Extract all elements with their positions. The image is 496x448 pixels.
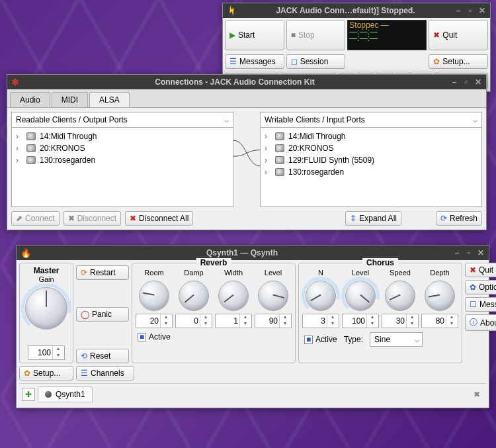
chorus-active-checkbox[interactable]: ■Active	[304, 335, 337, 344]
expand-all-button[interactable]: ⇕Expand All	[345, 211, 401, 226]
expand-icon[interactable]: ›	[16, 156, 22, 165]
chorus-n-knob[interactable]	[306, 281, 336, 311]
add-engine-button[interactable]: ✚	[22, 388, 35, 401]
reverb-damp-spin[interactable]: ▴▾	[175, 314, 212, 328]
qjackctl-titlebar[interactable]: ⚡ JACK Audio Conn…efault)] Stopped. – ▫ …	[223, 3, 490, 18]
reverb-width-input[interactable]	[216, 316, 239, 326]
list-item[interactable]: ›14:Midi Through	[261, 130, 481, 142]
writable-header[interactable]: Writable Clients / Input Ports ⌵	[260, 112, 482, 128]
reverb-room-spin[interactable]: ▴▾	[136, 314, 173, 328]
reverb-level-knob[interactable]	[258, 281, 288, 311]
reverb-level-spin[interactable]: ▴▾	[255, 314, 292, 328]
reverb-damp-input[interactable]	[176, 316, 200, 326]
chorus-n-input[interactable]	[303, 316, 327, 326]
qsynth-messages-button[interactable]: ☐Messages	[465, 297, 496, 312]
master-gain-spin[interactable]: ▴▾	[28, 345, 65, 360]
minimize-button[interactable]: –	[453, 249, 461, 257]
minimize-button[interactable]: –	[450, 78, 458, 86]
chorus-speed-input[interactable]	[382, 316, 406, 326]
chorus-speed-knob[interactable]	[385, 281, 415, 311]
tab-midi[interactable]: MIDI	[52, 92, 88, 107]
display-line3: —:—:—	[349, 35, 425, 42]
chorus-n-spin[interactable]: ▴▾	[302, 314, 339, 328]
maximize-button[interactable]: ▫	[465, 249, 473, 257]
chorus-level-spin[interactable]: ▴▾	[342, 314, 379, 328]
quit-button[interactable]: ✖Quit	[429, 20, 488, 50]
reverb-level-input[interactable]	[255, 316, 279, 326]
spin-down[interactable]: ▾	[53, 353, 63, 359]
reverb-room-input[interactable]	[136, 316, 160, 326]
chorus-type-select[interactable]: Sine	[370, 332, 423, 347]
patch-canvas	[233, 112, 260, 207]
maximize-button[interactable]: ▫	[466, 7, 474, 15]
qsynth-titlebar[interactable]: 🔥 Qsynth1 — Qsynth – ▫ ✕	[17, 246, 489, 260]
restart-button[interactable]: ⟳Restart	[76, 265, 129, 280]
qsynth-window: 🔥 Qsynth1 — Qsynth – ▫ ✕ Master Gain ▴▾ …	[16, 245, 489, 408]
readable-header[interactable]: Readable Clients / Output Ports ⌵	[11, 112, 233, 128]
disconnect-button[interactable]: ✖Disconnect	[63, 211, 121, 226]
qjackctl-title: JACK Audio Conn…efault)] Stopped.	[237, 6, 454, 15]
expand-icon[interactable]: ›	[265, 132, 271, 141]
qjackctl-row2: ☰Messages ◻Session ✿Setup...	[223, 52, 490, 71]
expand-icon[interactable]: ›	[265, 167, 271, 177]
refresh-button[interactable]: ⟳Refresh	[436, 211, 482, 226]
connections-titlebar[interactable]: ✱ Connections - JACK Audio Connection Ki…	[7, 75, 486, 89]
reverb-damp-knob[interactable]	[179, 281, 209, 311]
port-icon	[275, 168, 284, 176]
tab-alsa[interactable]: ALSA	[89, 92, 130, 107]
panic-button[interactable]: ◯Panic	[76, 307, 129, 322]
chorus-level-input[interactable]	[343, 316, 366, 326]
close-button[interactable]: ✕	[474, 78, 482, 86]
expand-icon[interactable]: ›	[16, 144, 22, 153]
close-button[interactable]: ✕	[478, 7, 486, 15]
list-item[interactable]: ›20:KRONOS	[261, 142, 481, 154]
tab-audio[interactable]: Audio	[10, 92, 50, 107]
writable-list[interactable]: ›14:Midi Through ›20:KRONOS ›129:FLUID S…	[260, 128, 482, 207]
port-icon	[275, 132, 284, 140]
reverb-active-checkbox[interactable]: ■Active	[138, 332, 171, 341]
chorus-depth-spin[interactable]: ▴▾	[421, 314, 458, 328]
reverb-width-knob[interactable]	[218, 281, 249, 311]
qsynth-about-button[interactable]: ⓘAbout...	[465, 314, 496, 331]
disconnect-all-button[interactable]: ✖Disconnect All	[125, 211, 193, 226]
engine-tab[interactable]: Qsynth1	[38, 386, 93, 402]
setup-button[interactable]: ✿Setup...	[429, 54, 488, 69]
master-gain-knob[interactable]	[25, 287, 67, 330]
start-button[interactable]: ▶Start	[225, 20, 284, 50]
readable-list[interactable]: ›14:Midi Through ›20:KRONOS ›130:rosegar…	[11, 128, 233, 207]
qsynth-setup-button[interactable]: ✿Setup...	[19, 366, 73, 381]
minimize-button[interactable]: –	[454, 7, 462, 15]
connect-button[interactable]: ⬈Connect	[11, 211, 60, 226]
session-button[interactable]: ◻Session	[286, 54, 346, 69]
messages-button[interactable]: ☰Messages	[225, 54, 284, 69]
reverb-group: Reverb Room ▴▾ Damp ▴▾ Width ▴▾ Level ▴▾…	[132, 263, 296, 363]
expand-icon[interactable]: ›	[265, 156, 271, 165]
list-item[interactable]: ›20:KRONOS	[12, 142, 233, 154]
list-item[interactable]: ›130:rosegarden	[12, 154, 233, 166]
expand-icon: ⇕	[350, 214, 356, 223]
qsynth-options-button[interactable]: ✿Options...	[465, 280, 496, 294]
chorus-speed-spin[interactable]: ▴▾	[382, 314, 419, 328]
chorus-depth-knob[interactable]	[425, 281, 455, 311]
remove-engine-button[interactable]: ✖	[470, 388, 483, 401]
qsynth-quit-button[interactable]: ✖Quit	[465, 263, 496, 277]
list-item[interactable]: ›14:Midi Through	[12, 130, 233, 142]
reverb-width-spin[interactable]: ▴▾	[215, 314, 252, 328]
close-button[interactable]: ✕	[477, 249, 485, 257]
chorus-depth-input[interactable]	[422, 316, 446, 326]
expand-icon[interactable]: ›	[265, 144, 271, 153]
expand-icon[interactable]: ›	[16, 132, 22, 141]
list-item[interactable]: ›129:FLUID Synth (5509)	[261, 154, 481, 166]
session-icon: ◻	[291, 57, 298, 66]
chorus-level-knob[interactable]	[345, 281, 376, 311]
reset-button[interactable]: ⟲Reset	[76, 349, 129, 363]
maximize-button[interactable]: ▫	[462, 78, 470, 86]
reverb-room-knob[interactable]	[139, 281, 169, 311]
list-item[interactable]: ›130:rosegarden	[261, 166, 481, 178]
chorus-level-label: Level	[352, 269, 369, 277]
qsynth-channels-button[interactable]: ☰Channels	[76, 366, 134, 381]
master-gain-input[interactable]	[28, 348, 52, 357]
messages-icon: ☰	[229, 57, 237, 66]
stop-button[interactable]: ■Stop	[286, 20, 346, 50]
room-label: Room	[144, 269, 163, 277]
